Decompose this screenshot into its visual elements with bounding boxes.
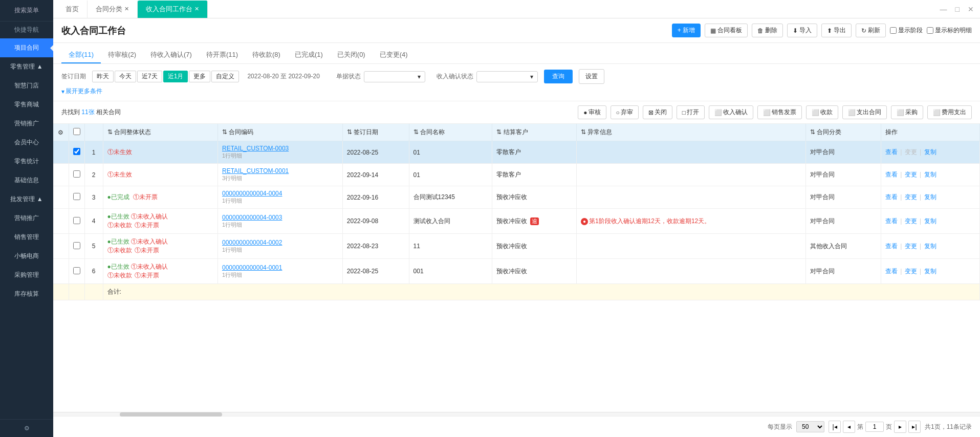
review-button[interactable]: ● 审核 [578, 105, 606, 119]
view-link[interactable]: 查看 [885, 268, 898, 275]
tab-income-contract[interactable]: 收入合同工作台 ✕ [138, 1, 208, 18]
row-select-checkbox[interactable] [73, 242, 80, 249]
sidebar-item-sales[interactable]: 销售管理 [0, 228, 53, 247]
date-btn-more[interactable]: 更多 [189, 71, 210, 82]
subtab-pending-invoice[interactable]: 待开票(11) [199, 47, 245, 63]
page-size-select[interactable]: 50 10 20 100 [796, 421, 824, 432]
subtab-changed[interactable]: 已变更(4) [373, 47, 415, 63]
view-link[interactable]: 查看 [885, 193, 898, 201]
date-btn-today[interactable]: 今天 [115, 71, 136, 82]
last-page-button[interactable]: ▸| [908, 421, 921, 433]
refresh-button[interactable]: ↻ 刷新 [856, 24, 886, 37]
row-select-checkbox[interactable] [73, 217, 80, 224]
sidebar-item-xiaochangec[interactable]: 小畅电商 [0, 247, 53, 266]
view-link[interactable]: 查看 [885, 243, 898, 250]
show-stage-checkbox-label[interactable]: 显示阶段 [890, 26, 923, 35]
row-checkbox[interactable] [69, 186, 84, 209]
prev-page-button[interactable]: ◂ [843, 421, 855, 433]
sidebar-item-marketing[interactable]: 营销推广 [0, 114, 53, 133]
scrollbar-thumb[interactable] [120, 412, 222, 417]
contract-code-link[interactable]: 0000000000004-0001 [222, 264, 282, 271]
gear-icon[interactable]: ⚙ [58, 129, 63, 136]
copy-link[interactable]: 复制 [924, 171, 937, 178]
show-detail-checkbox[interactable] [927, 27, 933, 34]
subtab-all[interactable]: 全部(11) [61, 47, 101, 63]
th-checkbox[interactable] [69, 124, 84, 141]
date-btn-7days[interactable]: 近7天 [137, 71, 162, 82]
open-contract-button[interactable]: □ 打开 [677, 105, 705, 119]
contract-code-link[interactable]: 0000000000004-0003 [222, 214, 282, 221]
change-link[interactable]: 变更 [905, 243, 917, 250]
select-all-checkbox[interactable] [73, 128, 80, 135]
page-number-input[interactable] [865, 422, 884, 432]
abandon-review-button[interactable]: ○ 弃审 [611, 105, 639, 119]
show-stage-checkbox[interactable] [890, 27, 897, 34]
close-contract-button[interactable]: ⊠ 关闭 [643, 105, 672, 119]
sidebar-item-purchase[interactable]: 采购管理 [0, 266, 53, 285]
new-button[interactable]: + 新增 [672, 24, 701, 37]
sidebar-settings[interactable]: ⚙ [0, 419, 53, 437]
sidebar-item-retail[interactable]: 零售管理 ▲ [0, 57, 53, 76]
delete-button[interactable]: 🗑 删除 [752, 24, 783, 37]
close-button[interactable]: ✕ [966, 3, 976, 15]
contract-code-link[interactable]: 0000000000004-0004 [222, 190, 282, 197]
sidebar-item-member[interactable]: 会员中心 [0, 133, 53, 152]
set-button[interactable]: 设置 [579, 69, 604, 84]
copy-link[interactable]: 复制 [924, 193, 937, 201]
kanban-button[interactable]: ▦ 合同看板 [705, 24, 748, 37]
expense-output-button[interactable]: ⬜ 费用支出 [927, 105, 972, 119]
change-link[interactable]: 变更 [905, 193, 917, 201]
doc-status-select[interactable]: ▾ [364, 71, 425, 82]
view-link[interactable]: 查看 [885, 171, 898, 178]
row-checkbox[interactable] [69, 164, 84, 186]
expand-filter-button[interactable]: ▾ 展开更多条件 [61, 87, 972, 96]
sidebar-item-basic[interactable]: 基础信息 [0, 171, 53, 190]
date-btn-custom[interactable]: 自定义 [211, 71, 239, 82]
change-link[interactable]: 变更 [905, 217, 917, 225]
contract-code-link[interactable]: 0000000000004-0002 [222, 239, 282, 246]
expense-contract-button[interactable]: ⬜ 支出合同 [842, 105, 887, 119]
copy-link[interactable]: 复制 [924, 148, 937, 156]
sales-invoice-button[interactable]: ⬜ 销售发票 [757, 105, 802, 119]
purchase-button[interactable]: ⬜ 采购 [891, 105, 923, 119]
change-link[interactable]: 变更 [905, 268, 917, 275]
row-checkbox[interactable] [69, 209, 84, 234]
minimize-button[interactable]: — [938, 3, 949, 15]
tab-close-icon[interactable]: ✕ [124, 6, 129, 12]
tab-contract-category[interactable]: 合同分类 ✕ [88, 1, 138, 18]
subtab-pending-review[interactable]: 待审核(2) [101, 47, 143, 63]
contract-code-link[interactable]: RETAIL_CUSTOM-0001 [222, 167, 289, 174]
subtab-closed[interactable]: 已关闭(0) [330, 47, 373, 63]
view-link[interactable]: 查看 [885, 148, 898, 156]
sidebar-item-contract[interactable]: 项目合同 [0, 38, 53, 57]
query-button[interactable]: 查询 [544, 70, 573, 83]
row-select-checkbox[interactable] [73, 170, 80, 178]
view-link[interactable]: 查看 [885, 217, 898, 225]
th-gear[interactable]: ⚙ [53, 124, 69, 141]
tab-close-icon[interactable]: ✕ [194, 6, 199, 12]
income-confirm-button[interactable]: ⬜ 收入确认 [709, 105, 753, 119]
maximize-button[interactable]: □ [953, 3, 962, 15]
sidebar-item-ecommerce[interactable]: 零售商城 [0, 95, 53, 114]
row-checkbox[interactable] [69, 259, 84, 284]
subtab-pending-receipt[interactable]: 待收款(8) [245, 47, 288, 63]
sidebar-item-inventory[interactable]: 库存核算 [0, 285, 53, 303]
sidebar-quicknav[interactable]: 快捷导航 [0, 21, 53, 38]
horizontal-scrollbar[interactable] [53, 412, 980, 416]
tab-home[interactable]: 首页 [57, 1, 88, 18]
receipt-status-select[interactable]: ▾ [476, 71, 538, 82]
row-select-checkbox[interactable] [73, 148, 80, 155]
next-page-button[interactable]: ▸ [894, 421, 906, 433]
import-button[interactable]: ⬇ 导入 [787, 24, 817, 37]
row-select-checkbox[interactable] [73, 193, 80, 200]
subtab-completed[interactable]: 已完成(1) [288, 47, 330, 63]
row-checkbox[interactable] [69, 234, 84, 259]
copy-link[interactable]: 复制 [924, 268, 937, 275]
export-button[interactable]: ⬆ 导出 [821, 24, 852, 37]
contract-code-link[interactable]: RETAIL_CUSTOM-0003 [222, 145, 289, 152]
row-checkbox[interactable] [69, 141, 84, 164]
sidebar-item-stats[interactable]: 零售统计 [0, 152, 53, 171]
date-btn-1month[interactable]: 近1月 [163, 71, 188, 82]
sidebar-item-marketing2[interactable]: 营销推广 [0, 209, 53, 228]
show-detail-checkbox-label[interactable]: 显示标的明细 [927, 26, 972, 35]
